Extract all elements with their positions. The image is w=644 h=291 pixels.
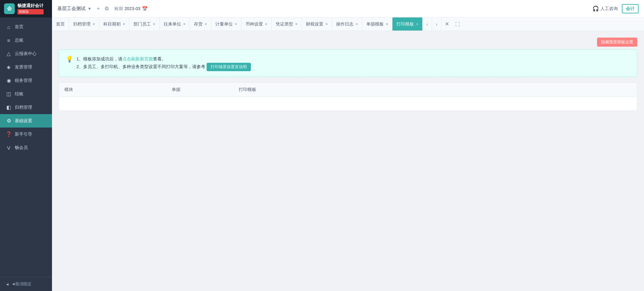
unpin-label: ◄取消固定 (11, 281, 32, 287)
refresh-link[interactable]: 点击刷新新页面 (122, 56, 153, 61)
logo-text: 畅捷通好会计 旗舰版 (17, 3, 44, 14)
tab-home[interactable]: 首页 (52, 17, 69, 31)
settings-icon: ⚙ (5, 117, 12, 124)
sidebar-label-ledger: 总账 (15, 37, 23, 43)
sidebar-item-reports[interactable]: △ 云报表中心 (0, 47, 52, 60)
tab-next-button[interactable]: › (432, 17, 441, 31)
sidebar-item-ledger[interactable]: ≡ 总账 (0, 34, 52, 47)
sidebar-item-tax[interactable]: ◉ 税务管理 (0, 74, 52, 87)
tab-close-subject[interactable]: × (123, 22, 125, 27)
tab-inventory[interactable]: 存货 × (190, 17, 211, 31)
tab-label-department: 部门员工 (133, 21, 151, 27)
tax-icon: ◉ (5, 77, 12, 84)
sidebar-label-home: 首页 (15, 24, 23, 30)
sidebar-item-archive[interactable]: ◧ 归档管理 (0, 101, 52, 114)
tab-close-print_template[interactable]: × (416, 22, 418, 27)
main-area: 基层工会测试 ▼ ＋ ⚙ 账期 2023-03 📅 🎧 人工咨询 会计 首页归档… (52, 0, 644, 291)
tab-label-archive: 归档管理 (73, 21, 91, 27)
col-template-header: 打印模板 (233, 83, 637, 97)
sidebar-label-tax: 税务管理 (15, 78, 32, 84)
print-scene-button[interactable]: 打印场景设置宣说明 (207, 63, 251, 71)
period-value: 2023-03 (124, 6, 141, 11)
period-display: 账期 2023-03 📅 (114, 6, 148, 12)
sidebar-label-close: 结账 (15, 91, 23, 97)
archive-icon: ◧ (5, 104, 12, 111)
tab-vendor[interactable]: 往来单位 × (160, 17, 190, 31)
tab-close-archive[interactable]: × (93, 22, 95, 27)
notice-content: 1、模板添加成功后，请点击刷新新页面查看。 2、多员工、多打印机、多种业务类型设… (76, 55, 251, 71)
tab-tax_settings[interactable]: 财税设置 × (302, 17, 332, 31)
col-doc-header: 单据 (166, 83, 233, 97)
content-wrapper: 隐藏预置模板设置 💡 1、模板添加成功后，请点击刷新新页面查看。 2、多员工、多… (59, 38, 637, 111)
close-all-tabs-button[interactable]: ✕ (441, 17, 452, 31)
service-button[interactable]: 🎧 人工咨询 (592, 5, 618, 12)
tab-print_template[interactable]: 打印模板 × (392, 17, 423, 31)
topbar-right: 🎧 人工咨询 会计 (592, 4, 639, 13)
notice-line1-prefix: 1、模板添加成功后，请 (76, 56, 122, 61)
tab-subject[interactable]: 科目期初 × (99, 17, 129, 31)
tab-label-subject: 科目期初 (103, 21, 121, 27)
tab-label-inventory: 存货 (194, 21, 203, 27)
sidebar: 会 畅捷通好会计 旗舰版 ⌂ 首页 ≡ 总账 △ 云报表中心 ◈ 发票管理 ◉ … (0, 0, 52, 291)
tab-close-single_doc[interactable]: × (386, 22, 388, 27)
app-edition: 旗舰版 (17, 9, 44, 14)
ledger-icon: ≡ (5, 37, 12, 44)
headset-icon: 🎧 (592, 5, 599, 12)
app-title: 畅捷通好会计 (17, 3, 44, 8)
sidebar-item-home[interactable]: ⌂ 首页 (0, 20, 52, 34)
col-module-header: 模块 (59, 83, 166, 97)
sidebar-item-settings[interactable]: ⚙ 基础设置 (0, 114, 52, 128)
tab-label-voucher_type: 凭证类型 (276, 21, 293, 27)
sidebar-item-invoice[interactable]: ◈ 发票管理 (0, 60, 52, 74)
sidebar-label-settings: 基础设置 (15, 118, 32, 124)
company-name: 基层工会测试 (57, 6, 86, 12)
tab-label-single_doc: 单据模板 (366, 21, 384, 27)
expand-button[interactable]: ⛶ (452, 17, 463, 31)
tab-single_doc[interactable]: 单据模板 × (362, 17, 392, 31)
tab-label-operation_log: 操作日志 (336, 21, 354, 27)
tab-currency[interactable]: 币种设置 × (241, 17, 272, 31)
guide-icon: ❓ (5, 131, 12, 138)
close-icon: ◫ (5, 91, 12, 97)
tab-operation_log[interactable]: 操作日志 × (332, 17, 362, 31)
tab-label-tax_settings: 财税设置 (306, 21, 323, 27)
period-label: 账期 (114, 6, 123, 12)
company-arrow-icon: ▼ (88, 6, 92, 11)
sidebar-nav: ⌂ 首页 ≡ 总账 △ 云报表中心 ◈ 发票管理 ◉ 税务管理 ◫ 结账 ◧ 归… (0, 17, 52, 277)
tab-close-unit[interactable]: × (235, 22, 237, 27)
tab-voucher_type[interactable]: 凭证类型 × (272, 17, 302, 31)
invoice-icon: ◈ (5, 64, 12, 70)
sidebar-item-vip[interactable]: V 畅会员 (0, 141, 52, 154)
tab-label-unit: 计量单位 (215, 21, 233, 27)
tab-close-voucher_type[interactable]: × (295, 22, 298, 27)
sidebar-item-guide[interactable]: ❓ 新手引导 (0, 128, 52, 141)
table-header: 模块 单据 打印模板 (59, 83, 637, 97)
unpin-icon: ◄ (5, 282, 9, 287)
tab-prev-button[interactable]: ‹ (423, 17, 432, 31)
accountant-button[interactable]: 会计 (622, 4, 639, 13)
tab-close-inventory[interactable]: × (205, 22, 207, 27)
lightbulb-icon: 💡 (66, 55, 73, 63)
hide-preview-button[interactable]: 隐藏预置模板设置 (597, 38, 637, 47)
company-selector[interactable]: 基层工会测试 ▼ (57, 6, 92, 12)
tab-close-tax_settings[interactable]: × (325, 22, 328, 27)
calendar-icon[interactable]: 📅 (142, 6, 148, 11)
tab-department[interactable]: 部门员工 × (129, 17, 160, 31)
tab-archive[interactable]: 归档管理 × (69, 17, 99, 31)
tab-close-operation_log[interactable]: × (356, 22, 358, 27)
settings-icon[interactable]: ⚙ (104, 5, 109, 12)
tab-close-currency[interactable]: × (265, 22, 267, 27)
sidebar-label-invoice: 发票管理 (15, 64, 32, 70)
tab-label-vendor: 往来单位 (164, 21, 181, 27)
table-body-empty (59, 97, 637, 110)
home-icon: ⌂ (5, 23, 12, 30)
sidebar-item-close[interactable]: ◫ 结账 (0, 87, 52, 101)
service-label: 人工咨询 (600, 6, 618, 12)
tab-close-vendor[interactable]: × (183, 22, 185, 27)
unpin-button[interactable]: ◄ ◄取消固定 (0, 277, 52, 291)
reports-icon: △ (5, 50, 12, 57)
add-tab-button[interactable]: ＋ (96, 5, 101, 12)
logo-icon: 会 (4, 3, 15, 14)
tab-unit[interactable]: 计量单位 × (211, 17, 241, 31)
tab-close-department[interactable]: × (153, 22, 155, 27)
